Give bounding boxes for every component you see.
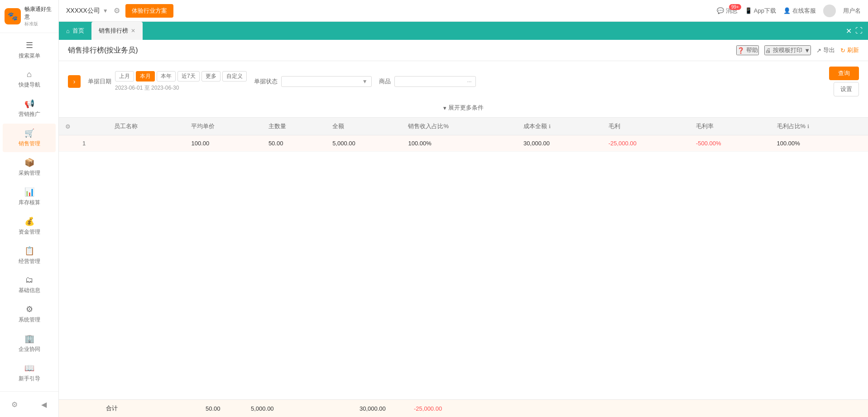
table-header-row: ⚙ 员工名称 平均单价 主数量 全额 销售收入占比% 成本全额 ℹ 毛利 毛利率… [59, 118, 868, 135]
content: 销售排行榜(按业务员) ❓ 帮助 🖨 按模板打印 ▼ ↗ 导出 ↻ 刷新 [59, 40, 868, 417]
sidebar-label-enterprise: 企业协同 [19, 345, 40, 353]
footer-quantity: 50.00 [200, 405, 245, 412]
sidebar-icon-inventory: 📊 [24, 187, 34, 197]
chevron-right-icon: › [73, 78, 76, 85]
topbar-right: 💬 消息 99+ 📱 App下载 👤 在线客服 用户名 [717, 5, 861, 17]
sidebar-icon-sales: 🛒 [24, 128, 34, 138]
cost-info-icon: ℹ [549, 124, 551, 129]
sidebar-icon-enterprise: 🏢 [24, 334, 34, 344]
th-cost: 成本全额 ℹ [518, 118, 603, 135]
chevron-down-icon: ▾ [443, 105, 446, 111]
trial-button[interactable]: 体验行业方案 [125, 4, 173, 18]
topbar: XXXXX公司 ▼ ⚙ 体验行业方案 💬 消息 99+ 📱 App下载 👤 在线… [59, 0, 868, 22]
app-download-button[interactable]: 📱 App下载 [745, 7, 776, 15]
td-name [109, 135, 186, 152]
page-header: 销售排行榜(按业务员) ❓ 帮助 🖨 按模板打印 ▼ ↗ 导出 ↻ 刷新 [59, 40, 868, 61]
date-btn-more[interactable]: 更多 [201, 71, 221, 81]
topbar-settings-icon[interactable]: ⚙ [114, 6, 120, 15]
page-title: 销售排行榜(按业务员) [68, 46, 138, 55]
goods-filter: 商品 ··· [379, 76, 476, 87]
filter-collapse-btn[interactable]: › [68, 75, 81, 88]
home-icon: ⌂ [66, 28, 70, 34]
sidebar: 🐾 畅康通好生意 标准版 ☰ 搜索菜单 ⌂ 快捷导航 📢 营销推广 🛒 销售管理… [0, 0, 59, 417]
sidebar-collapse-icon[interactable]: ◀ [36, 396, 52, 412]
td-avg-price: 100.00 [186, 135, 263, 152]
sidebar-item-appstore[interactable]: 📱 应用中心 [3, 388, 56, 391]
maximize-icon[interactable]: ⛶ [855, 27, 863, 35]
tab-sales-rank[interactable]: 销售排行榜 ✕ [91, 22, 143, 40]
export-icon: ↗ [816, 47, 821, 54]
sidebar-icon-marketing: 📢 [24, 99, 34, 109]
goods-select[interactable]: ··· [394, 76, 476, 87]
app-name: 畅康通好生意 [24, 5, 54, 21]
th-quantity: 主数量 [263, 118, 327, 135]
sidebar-label-search-order: 搜索菜单 [19, 52, 40, 60]
sidebar-item-sales[interactable]: 🛒 销售管理 [3, 124, 56, 152]
td-gross: -25,000.00 [603, 135, 691, 152]
sidebar-item-system[interactable]: ⚙ 系统管理 [3, 300, 56, 328]
service-icon: 👤 [783, 7, 791, 14]
table-row: 1 100.00 50.00 5,000.00 100.00% 30,000.0… [59, 135, 868, 152]
th-sales-pct: 销售收入占比% [403, 118, 518, 135]
tab-home[interactable]: ⌂ 首页 [59, 22, 91, 40]
filter-right-actions: 查询 设置 [829, 67, 859, 96]
company-selector[interactable]: XXXXX公司 ▼ [66, 7, 108, 15]
th-gross: 毛利 [603, 118, 691, 135]
message-icon: 💬 [717, 7, 724, 14]
footer-amount: 5,000.00 [245, 405, 300, 412]
sidebar-icon-basic: 🗂 [25, 275, 34, 285]
sidebar-icon-newbie: 📖 [24, 363, 34, 373]
date-btn-current-year[interactable]: 本年 [157, 71, 176, 81]
message-badge: 99+ [729, 4, 741, 10]
sidebar-label-basic: 基础信息 [19, 287, 40, 294]
tab-home-label: 首页 [72, 27, 84, 35]
sidebar-label-marketing: 营销推广 [19, 110, 40, 118]
sidebar-item-inventory[interactable]: 📊 库存核算 [3, 182, 56, 211]
help-label: 帮助 [746, 46, 758, 54]
query-button[interactable]: 查询 [829, 67, 859, 80]
status-arrow-icon: ▼ [362, 78, 368, 85]
sidebar-item-enterprise[interactable]: 🏢 企业协同 [3, 329, 56, 358]
status-label: 单据状态 [254, 77, 278, 86]
username[interactable]: 用户名 [843, 7, 861, 15]
sidebar-icon-quick-nav: ⌂ [27, 70, 32, 79]
th-avg-price: 平均单价 [186, 118, 263, 135]
sidebar-item-quick-nav[interactable]: ⌂ 快捷导航 [3, 65, 56, 93]
print-label: 按模板打印 [773, 46, 802, 54]
column-settings-icon[interactable]: ⚙ [65, 123, 71, 130]
status-select[interactable]: ▼ [281, 76, 372, 87]
footer-row: 合计 50.00 5,000.00 30,000.00 -25,000.00 [64, 404, 863, 412]
close-window-icon[interactable]: ✕ [846, 27, 852, 35]
sidebar-item-purchase[interactable]: 📦 采购管理 [3, 153, 56, 182]
sidebar-settings-icon[interactable]: ⚙ [6, 396, 23, 412]
message-button[interactable]: 💬 消息 99+ [717, 7, 738, 15]
logo-icon: 🐾 [5, 8, 21, 24]
footer-label: 合计 [101, 404, 155, 412]
export-button[interactable]: ↗ 导出 [816, 46, 835, 54]
refresh-button[interactable]: ↻ 刷新 [840, 46, 859, 54]
tab-close-icon[interactable]: ✕ [131, 28, 135, 34]
sidebar-item-basic[interactable]: 🗂 基础信息 [3, 271, 56, 299]
gross-pct-info-icon: ℹ [807, 124, 809, 129]
sidebar-item-marketing[interactable]: 📢 营销推广 [3, 94, 56, 123]
sidebar-item-operation[interactable]: 📋 经营管理 [3, 241, 56, 270]
online-service-button[interactable]: 👤 在线客服 [783, 7, 816, 15]
sidebar-label-newbie: 新手引导 [19, 375, 40, 383]
date-btn-custom[interactable]: 自定义 [222, 71, 247, 81]
avatar[interactable] [823, 5, 836, 17]
expand-conditions-btn[interactable]: ▾ 展开更多条件 [443, 104, 484, 112]
settings-button[interactable]: 设置 [834, 82, 859, 96]
help-button[interactable]: ❓ 帮助 [736, 45, 759, 55]
date-btn-7days[interactable]: 近7天 [177, 71, 200, 81]
sidebar-item-newbie[interactable]: 📖 新手引导 [3, 359, 56, 387]
filter-bar: › 单据日期 上月 本月 本年 近7天 更多 自定义 20 [59, 61, 868, 118]
date-btn-current-month[interactable]: 本月 [136, 71, 155, 81]
print-icon: 🖨 [765, 47, 771, 54]
td-quantity: 50.00 [263, 135, 327, 152]
date-btn-last-month[interactable]: 上月 [115, 71, 134, 81]
refresh-icon: ↻ [840, 47, 845, 54]
sidebar-item-finance[interactable]: 💰 资金管理 [3, 212, 56, 240]
refresh-label: 刷新 [847, 46, 859, 54]
sidebar-item-search-order[interactable]: ☰ 搜索菜单 [3, 36, 56, 64]
print-button[interactable]: 🖨 按模板打印 ▼ [764, 45, 811, 55]
